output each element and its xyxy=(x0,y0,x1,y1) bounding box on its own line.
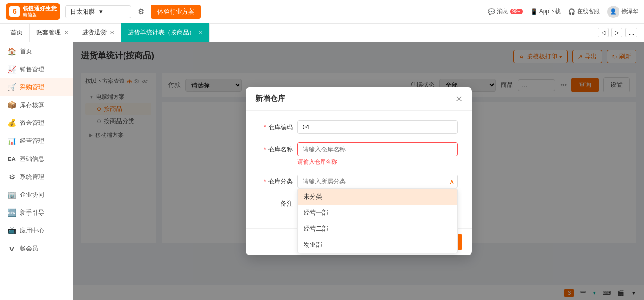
prev-tab-btn[interactable]: ◁ xyxy=(598,28,609,37)
enterprise-icon: 🏢 xyxy=(8,191,16,199)
tab-returns[interactable]: 进货退货 ✕ xyxy=(75,23,121,42)
note-label: 备注 xyxy=(260,197,293,208)
app-download-item[interactable]: 📱 App下载 xyxy=(530,8,561,16)
guide-icon: 🆕 xyxy=(8,208,16,217)
headset-icon: 🎧 xyxy=(568,8,575,15)
sidebar-item-inventory[interactable]: 📦 库存核算 xyxy=(0,96,73,114)
code-label: * 仓库编码 xyxy=(260,120,293,132)
code-input-wrap xyxy=(297,120,458,134)
dropdown-item-3[interactable]: 物业部 xyxy=(298,237,457,253)
sidebar-item-system[interactable]: ⚙ 系统管理 xyxy=(0,168,73,186)
category-dropdown-arrow: ∧ xyxy=(449,178,454,185)
purchase-icon: 🛒 xyxy=(8,83,16,92)
new-warehouse-modal: 新增仓库 ✕ * 仓库编码 xyxy=(246,87,472,255)
sales-icon: 📈 xyxy=(8,65,16,74)
content-wrapper: 进货单统计(按商品) 🖨 按模板打印 ▾ ↗ 导出 ↻ 刷新 xyxy=(73,42,644,300)
tab-controls: ◁ ▷ ⛶ xyxy=(598,28,640,37)
nav-right: 💬 消息 99+ 📱 App下载 🎧 在线客服 👤 徐泽华 xyxy=(488,6,638,18)
trial-button[interactable]: 体验行业方案 xyxy=(151,5,201,19)
close-accounts-tab[interactable]: ✕ xyxy=(64,30,68,36)
phone-icon: 📱 xyxy=(530,8,537,15)
sidebar-item-enterprise[interactable]: 🏢 企业协同 xyxy=(0,186,73,204)
dropdown-item-0[interactable]: 未分类 xyxy=(298,189,457,205)
expand-tab-btn[interactable]: ⛶ xyxy=(625,28,637,37)
category-input-wrap: ∧ 未分类 经营一部 经营二部 物业部 xyxy=(297,175,458,188)
sidebar: 🏠 首页 📈 销售管理 🛒 采购管理 📦 库存核算 💰 资金管理 📊 经营管理 … xyxy=(0,42,73,300)
modal-header: 新增仓库 ✕ xyxy=(246,87,472,111)
tab-purchase-stats[interactable]: 进货单统计表（按商品） ✕ xyxy=(121,23,210,42)
chevron-down-icon: ▾ xyxy=(99,8,126,15)
top-nav: 6 畅捷通好生意 精简版 日太阳膜 ▾ ⚙ 体验行业方案 💬 消息 99+ 📱 … xyxy=(0,0,644,24)
sidebar-item-operations[interactable]: 📊 经营管理 xyxy=(0,132,73,150)
code-input[interactable] xyxy=(297,120,458,134)
close-purchase-stats-tab[interactable]: ✕ xyxy=(198,30,203,36)
sidebar-item-home[interactable]: 🏠 首页 xyxy=(0,42,73,60)
name-label: * 仓库名称 xyxy=(260,142,293,154)
category-input[interactable] xyxy=(297,175,458,188)
message-badge: 99+ xyxy=(510,9,523,14)
message-item[interactable]: 💬 消息 99+ xyxy=(488,8,523,16)
modal-close-button[interactable]: ✕ xyxy=(455,95,462,103)
modal-overlay: 新增仓库 ✕ * 仓库编码 xyxy=(73,42,644,300)
close-returns-tab[interactable]: ✕ xyxy=(110,30,114,36)
online-service-item[interactable]: 🎧 在线客服 xyxy=(568,8,600,16)
finance-icon: 💰 xyxy=(8,119,16,127)
sidebar-item-apps[interactable]: 📺 应用中心 xyxy=(0,222,73,240)
user-area[interactable]: 👤 徐泽华 xyxy=(607,6,638,18)
name-error-msg: 请输入仓库名称 xyxy=(297,158,458,166)
system-icon: ⚙ xyxy=(8,173,16,181)
next-tab-btn[interactable]: ▷ xyxy=(611,28,622,37)
operations-icon: 📊 xyxy=(8,137,16,145)
sidebar-item-purchase[interactable]: 🛒 采购管理 xyxy=(0,78,73,96)
modal-body: * 仓库编码 * 仓库名称 xyxy=(246,111,472,228)
store-selector[interactable]: 日太阳膜 ▾ xyxy=(65,5,131,18)
message-icon: 💬 xyxy=(488,8,495,15)
purchase-stats-tab-label: 进货单统计表（按商品） xyxy=(128,28,195,37)
home-tab-label: 首页 xyxy=(10,28,23,37)
category-label: * 仓库分类 xyxy=(260,175,293,186)
sidebar-item-basics[interactable]: EA 基础信息 xyxy=(0,150,73,168)
name-field-row: * 仓库名称 请输入仓库名称 xyxy=(260,142,458,166)
accounts-tab-label: 账套管理 xyxy=(36,28,61,37)
sidebar-item-sales[interactable]: 📈 销售管理 xyxy=(0,60,73,78)
modal-title: 新增仓库 xyxy=(255,94,285,104)
name-input-wrap: 请输入仓库名称 xyxy=(297,142,458,166)
basics-icon: EA xyxy=(8,156,16,162)
main-layout: 🏠 首页 📈 销售管理 🛒 采购管理 📦 库存核算 💰 资金管理 📊 经营管理 … xyxy=(0,42,644,300)
dropdown-item-1[interactable]: 经营一部 xyxy=(298,205,457,221)
tab-home[interactable]: 首页 xyxy=(4,23,30,42)
home-icon: 🏠 xyxy=(8,47,16,56)
code-field-row: * 仓库编码 xyxy=(260,120,458,134)
sidebar-item-finance[interactable]: 💰 资金管理 xyxy=(0,114,73,132)
apps-icon: 📺 xyxy=(8,226,16,235)
brand-text: 畅捷通好生意 精简版 xyxy=(23,5,57,17)
logo-icon: 6 xyxy=(9,6,20,17)
logo: 6 畅捷通好生意 精简版 xyxy=(6,3,60,19)
settings-icon[interactable]: ⚙ xyxy=(136,5,146,18)
inventory-icon: 📦 xyxy=(8,101,16,109)
sidebar-item-member[interactable]: V 畅会员 xyxy=(0,240,73,258)
tab-bar: 首页 账套管理 ✕ 进货退货 ✕ 进货单统计表（按商品） ✕ ◁ ▷ ⛶ xyxy=(0,24,644,42)
member-icon: V xyxy=(8,245,16,253)
category-dropdown: 未分类 经营一部 经营二部 物业部 xyxy=(297,188,458,253)
category-field-row: * 仓库分类 ∧ 未分类 经营一部 经营二部 物业部 xyxy=(260,175,458,188)
avatar: 👤 xyxy=(607,6,619,18)
returns-tab-label: 进货退货 xyxy=(82,28,107,37)
tab-accounts[interactable]: 账套管理 ✕ xyxy=(30,23,75,42)
sidebar-item-guide[interactable]: 🆕 新手引导 xyxy=(0,204,73,222)
dropdown-item-2[interactable]: 经营二部 xyxy=(298,221,457,237)
name-input[interactable] xyxy=(297,142,458,156)
